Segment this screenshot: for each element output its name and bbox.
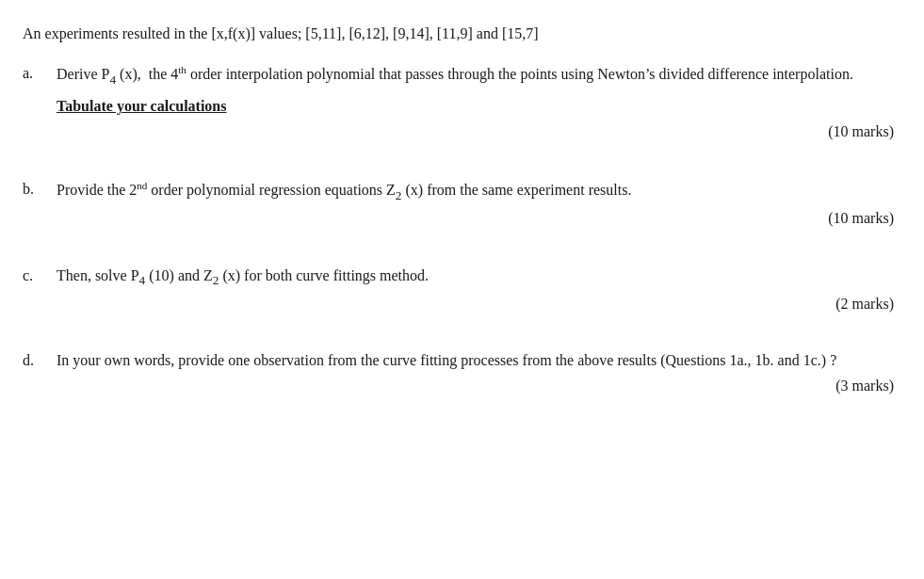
question-c: c. Then, solve P4 (10) and Z2 (x) for bo…: [23, 265, 894, 341]
question-list: a. Derive P4 (x), the 4th order interpol…: [23, 62, 894, 406]
question-d-marks: (3 marks): [57, 375, 894, 398]
question-b: b. Provide the 2nd order polynomial regr…: [23, 178, 894, 255]
question-d-label: d.: [23, 349, 57, 373]
question-a: a. Derive P4 (x), the 4th order interpol…: [23, 62, 894, 169]
question-c-label: c.: [23, 265, 57, 288]
question-d: d. In your own words, provide one observ…: [23, 349, 894, 406]
superscript-nd: nd: [137, 180, 147, 191]
question-c-content: Then, solve P4 (10) and Z2 (x) for both …: [57, 265, 894, 341]
superscript-th: th: [178, 64, 186, 75]
question-b-label: b.: [23, 178, 57, 201]
question-a-bold: Tabulate your calculations: [57, 95, 894, 119]
question-a-content: Derive P4 (x), the 4th order interpolati…: [57, 62, 894, 169]
question-b-content: Provide the 2nd order polynomial regress…: [57, 178, 894, 255]
question-c-text: Then, solve P4 (10) and Z2 (x) for both …: [57, 265, 894, 291]
question-c-marks: (2 marks): [57, 293, 894, 316]
subscript-4a: 4: [109, 72, 116, 87]
question-b-marks: (10 marks): [57, 207, 894, 231]
question-d-content: In your own words, provide one observati…: [57, 349, 894, 406]
question-a-text: Derive P4 (x), the 4th order interpolati…: [57, 62, 894, 89]
subscript-2c: 2: [213, 273, 219, 287]
subscript-4c: 4: [139, 273, 146, 287]
question-a-label: a.: [23, 62, 57, 86]
question-b-text: Provide the 2nd order polynomial regress…: [57, 178, 894, 205]
intro-text: An experiments resulted in the [x,f(x)] …: [23, 23, 894, 45]
question-a-marks: (10 marks): [57, 121, 894, 144]
question-d-text: In your own words, provide one observati…: [57, 349, 894, 373]
subscript-2b: 2: [396, 187, 402, 201]
